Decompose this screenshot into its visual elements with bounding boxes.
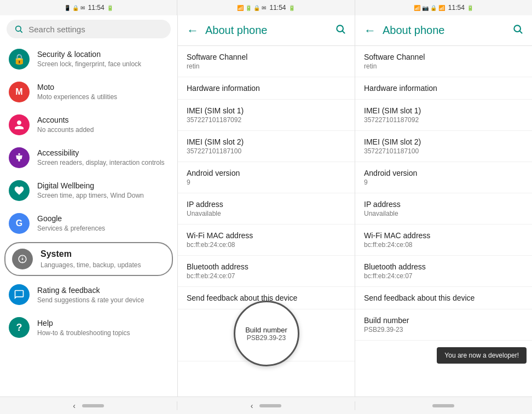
status-section-left: 📱 🔒 ✉ 11:54 🔋	[0, 0, 177, 15]
about-list-2: Software Channel retin Hardware informat…	[355, 46, 532, 396]
back-button-2[interactable]: ←	[364, 24, 376, 38]
bottom-section-left: ‹	[0, 401, 177, 410]
settings-item-accounts[interactable]: Accounts No accounts added	[0, 108, 177, 141]
status-icons-mid: 📶 🔋 🔒 ✉	[237, 5, 266, 11]
settings-list: 🔒 Security & location Screen lock, finge…	[0, 43, 177, 396]
google-subtitle: Services & preferences	[37, 225, 169, 233]
help-subtitle: How-to & troubleshooting topics	[37, 329, 169, 338]
about-item2-software-channel[interactable]: Software Channel retin	[355, 46, 532, 77]
nav-dot-left	[82, 404, 104, 407]
build-number-circle-overlay: Build number PSB29.39-23	[234, 301, 299, 366]
bottom-bar: ‹ ‹	[0, 396, 532, 414]
about-panel-2: ← About phone Software Channel retin Har…	[355, 15, 532, 396]
main-content: 🔒 Security & location Screen lock, finge…	[0, 15, 532, 396]
status-icons-left: 📱 🔒 ✉	[64, 5, 85, 11]
status-section-mid: 📶 🔋 🔒 ✉ 11:54 🔋	[177, 0, 355, 15]
circle-build-value: PSB29.39-23	[247, 334, 286, 342]
about-item-imei2[interactable]: IMEI (SIM slot 2) 357227101187100	[178, 131, 355, 162]
accounts-icon	[9, 114, 30, 135]
accessibility-title: Accessibility	[37, 148, 169, 158]
security-title: Security & location	[37, 49, 169, 59]
svg-line-1	[20, 31, 22, 32]
about-list-1: Software Channel retin Hardware informat…	[178, 46, 355, 396]
about-item2-build-number[interactable]: Build number PSB29.39-23	[355, 309, 532, 341]
about-item-imei1[interactable]: IMEI (SIM slot 1) 357227101187092	[178, 100, 355, 131]
nav-back-left[interactable]: ‹	[73, 401, 76, 410]
settings-item-moto[interactable]: M Moto Moto experiences & utilities	[0, 76, 177, 108]
settings-item-system[interactable]: System Languages, time, backup, updates	[4, 242, 173, 276]
about-item2-hardware-info: Hardware information	[355, 77, 532, 100]
search-icon	[14, 24, 23, 34]
about-item-bluetooth[interactable]: Bluetooth address bc:ff:eb:24:ce:07	[178, 256, 355, 287]
about-item-software-channel[interactable]: Software Channel retin	[178, 46, 355, 77]
system-icon	[12, 249, 33, 269]
developer-toast: You are now a developer!	[437, 347, 527, 364]
system-title: System	[41, 249, 165, 260]
help-title: Help	[37, 318, 169, 328]
wellbeing-subtitle: Screen time, app timers, Wind Down	[37, 192, 169, 200]
about-item-hardware-info: Hardware information	[178, 77, 355, 100]
rating-subtitle: Send suggestions & rate your device	[37, 296, 169, 305]
svg-line-5	[343, 31, 345, 33]
settings-item-wellbeing[interactable]: Digital Wellbeing Screen time, app timer…	[0, 174, 177, 207]
rating-title: Rating & feedback	[37, 285, 169, 295]
accounts-subtitle: No accounts added	[37, 126, 169, 135]
time-right: 11:54	[448, 4, 465, 12]
about-title-2: About phone	[383, 24, 444, 37]
about-item-android-version[interactable]: Android version 9	[178, 162, 355, 193]
moto-title: Moto	[37, 82, 169, 92]
status-bar: 📱 🔒 ✉ 11:54 🔋 📶 🔋 🔒 ✉ 11:54 🔋 📶 📷 🔒 📶 11…	[0, 0, 532, 15]
wellbeing-title: Digital Wellbeing	[37, 181, 169, 191]
time-mid: 11:54	[269, 4, 286, 12]
settings-panel: 🔒 Security & location Screen lock, finge…	[0, 15, 178, 396]
time-left: 11:54	[88, 4, 105, 12]
moto-subtitle: Moto experiences & utilities	[37, 93, 169, 102]
system-subtitle: Languages, time, backup, updates	[41, 261, 165, 270]
status-section-right: 📶 📷 🔒 📶 11:54 🔋	[355, 0, 532, 15]
accounts-title: Accounts	[37, 115, 169, 125]
about-item2-send-feedback[interactable]: Send feedback about this device	[355, 287, 532, 309]
about-panel-1: ← About phone Software Channel retin Har…	[178, 15, 355, 396]
about-item-build-number[interactable]: Build number PSB29.39-23 Build number PS…	[178, 309, 355, 361]
about-item2-ip-address[interactable]: IP address Unavailable	[355, 193, 532, 225]
nav-back-mid[interactable]: ‹	[251, 401, 253, 410]
about-item2-imei1[interactable]: IMEI (SIM slot 1) 357227101187092	[355, 100, 532, 131]
rating-icon	[9, 284, 30, 305]
search-button-2[interactable]	[512, 24, 523, 37]
about-item2-android-version[interactable]: Android version 9	[355, 162, 532, 193]
nav-dot-right	[432, 404, 454, 407]
moto-icon: M	[9, 82, 30, 102]
help-icon: ?	[9, 317, 30, 338]
settings-item-accessibility[interactable]: Accessibility Screen readers, display, i…	[0, 141, 177, 174]
circle-build-title: Build number	[245, 326, 287, 334]
security-subtitle: Screen lock, fingerprint, face unlock	[37, 60, 169, 69]
google-title: Google	[37, 214, 169, 223]
about-item-ip-address[interactable]: IP address Unavailable	[178, 193, 355, 225]
settings-item-help[interactable]: ? Help How-to & troubleshooting topics	[0, 311, 177, 344]
nav-dot-mid	[259, 404, 281, 407]
about-header-2: ← About phone	[355, 15, 532, 46]
wellbeing-icon	[9, 180, 30, 201]
bottom-section-mid: ‹	[177, 401, 355, 410]
about-item2-bluetooth[interactable]: Bluetooth address bc:ff:eb:24:ce:07	[355, 256, 532, 287]
status-icons-right: 📶 📷 🔒 📶	[414, 5, 445, 11]
google-icon: G	[9, 213, 30, 234]
settings-item-security[interactable]: 🔒 Security & location Screen lock, finge…	[0, 43, 177, 76]
svg-point-3	[22, 258, 24, 260]
svg-line-7	[520, 31, 522, 33]
about-header-1: ← About phone	[178, 15, 355, 46]
security-icon: 🔒	[9, 49, 30, 70]
settings-item-rating[interactable]: Rating & feedback Send suggestions & rat…	[0, 278, 177, 311]
accessibility-subtitle: Screen readers, display, interaction con…	[37, 159, 169, 168]
about-item-wifi-mac[interactable]: Wi-Fi MAC address bc:ff:eb:24:ce:08	[178, 225, 355, 256]
settings-item-google[interactable]: G Google Services & preferences	[0, 207, 177, 240]
accessibility-icon	[9, 147, 30, 168]
search-button-1[interactable]	[335, 24, 346, 37]
back-button-1[interactable]: ←	[187, 24, 199, 38]
search-bar[interactable]	[7, 20, 171, 38]
about-item2-wifi-mac[interactable]: Wi-Fi MAC address bc:ff:eb:24:ce:08	[355, 225, 532, 256]
svg-point-2	[18, 153, 20, 155]
about-item2-imei2[interactable]: IMEI (SIM slot 2) 357227101187100	[355, 131, 532, 162]
about-title-1: About phone	[205, 24, 267, 37]
search-input[interactable]	[28, 25, 163, 34]
